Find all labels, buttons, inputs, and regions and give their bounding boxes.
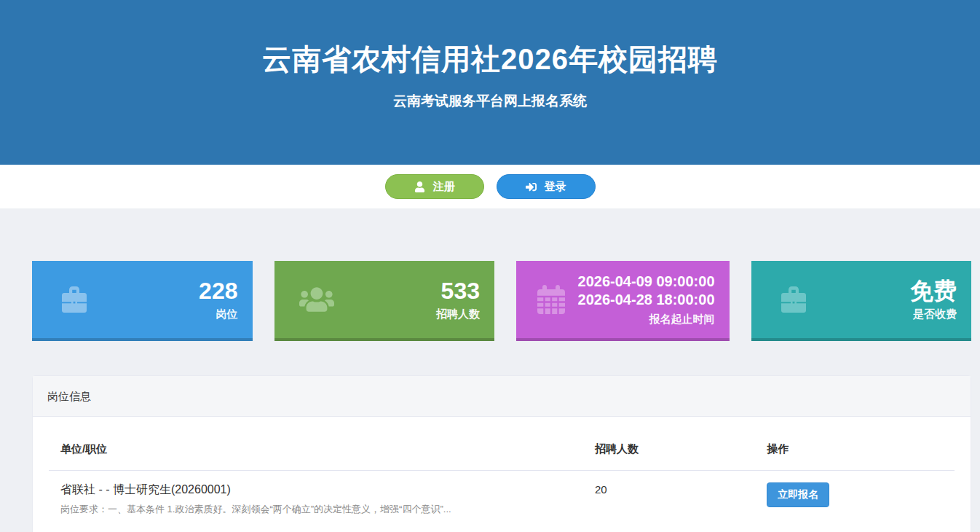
calendar-icon	[534, 283, 569, 316]
briefcase-icon	[776, 283, 811, 316]
stat-card-period: 2026-04-09 09:00:00 2026-04-28 18:00:00 …	[516, 261, 730, 341]
stat-label: 岗位	[199, 308, 237, 321]
stat-card-fee: 免费 是否收费	[751, 261, 972, 341]
stat-value: 228	[199, 278, 237, 305]
job-cell: 省联社 - - 博士研究生(20260001) 岗位要求：一、基本条件 1.政治…	[49, 471, 583, 528]
table-row: 省联社 - - 博士研究生(20260001) 岗位要求：一、基本条件 1.政治…	[49, 471, 955, 528]
stat-period-start: 2026-04-09 09:00:00	[578, 273, 715, 291]
register-button-label: 注册	[433, 180, 455, 194]
register-button[interactable]: 注册	[385, 174, 484, 199]
panel-title: 岗位信息	[33, 376, 971, 417]
job-description: 岗位要求：一、基本条件 1.政治素质好。深刻领会“两个确立”的决定性意义，增强“…	[60, 503, 572, 516]
job-title: 省联社 - - 博士研究生(20260001)	[60, 482, 572, 498]
table-header-row: 单位/职位 招聘人数 操作	[49, 431, 955, 471]
panel-body: 单位/职位 招聘人数 操作 省联社 - - 博士研究生(20260001) 岗位…	[33, 417, 971, 532]
apply-button[interactable]: 立即报名	[767, 482, 829, 507]
briefcase-icon	[57, 283, 92, 316]
job-info-panel: 岗位信息 单位/职位 招聘人数 操作 省联社 - - 博士研究生(2026000…	[32, 375, 971, 532]
hero-banner: 云南省农村信用社2026年校园招聘 云南考试服务平台网上报名系统	[0, 0, 980, 165]
auth-bar: 注册 登录	[0, 165, 980, 208]
stat-value: 533	[436, 278, 480, 305]
stat-value: 免费	[910, 278, 957, 305]
column-header-position: 单位/职位	[49, 431, 583, 471]
user-icon	[414, 181, 425, 192]
page-subtitle: 云南考试服务平台网上报名系统	[0, 92, 980, 111]
users-icon	[299, 283, 334, 316]
stat-card-headcount: 533 招聘人数	[274, 261, 495, 341]
job-count: 20	[583, 471, 755, 528]
action-cell: 立即报名	[755, 471, 955, 528]
job-table: 单位/职位 招聘人数 操作 省联社 - - 博士研究生(20260001) 岗位…	[49, 431, 955, 528]
stat-label: 招聘人数	[436, 308, 480, 321]
sign-in-icon	[526, 181, 537, 192]
login-button[interactable]: 登录	[497, 174, 596, 199]
stat-card-positions: 228 岗位	[32, 261, 253, 341]
stat-label: 是否收费	[910, 308, 957, 321]
stats-row: 228 岗位 533 招聘人数	[32, 261, 971, 341]
stat-period-end: 2026-04-28 18:00:00	[578, 291, 715, 309]
column-header-action: 操作	[755, 431, 955, 471]
column-header-count: 招聘人数	[583, 431, 755, 471]
login-button-label: 登录	[545, 180, 566, 194]
stat-label: 报名起止时间	[578, 313, 715, 326]
page-title: 云南省农村信用社2026年校园招聘	[0, 39, 980, 79]
